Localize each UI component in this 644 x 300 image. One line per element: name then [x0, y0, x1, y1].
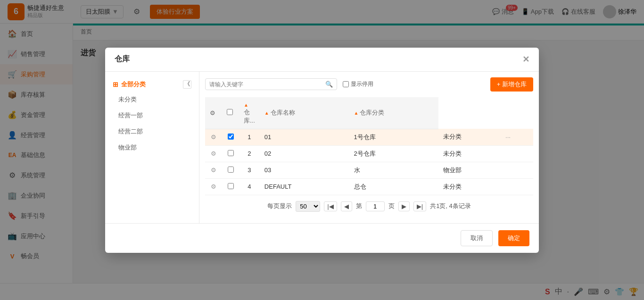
row-code: 01: [260, 129, 349, 145]
all-categories-label: 全部分类: [121, 80, 146, 89]
search-box[interactable]: 🔍: [205, 78, 337, 90]
row-checkbox-cell: [222, 129, 239, 145]
modal-title: 仓库: [115, 54, 130, 64]
per-page-select[interactable]: 50 100: [296, 201, 320, 212]
next-page-button[interactable]: ▶: [398, 201, 410, 211]
row-code: DEFAULT: [260, 178, 349, 195]
row-number: 1: [239, 129, 260, 145]
confirm-button[interactable]: 确定: [498, 230, 529, 246]
category-item-ops1[interactable]: 经营一部: [105, 108, 199, 124]
row-more[interactable]: ···: [501, 129, 533, 145]
page-label: 第: [356, 202, 362, 210]
modal-header: 仓库 ✕: [105, 48, 539, 72]
page-end-label: 页: [388, 202, 395, 210]
table-row[interactable]: ⚙ 4 DEFAULT 总仓 未分类: [205, 178, 533, 195]
search-input[interactable]: [209, 81, 325, 88]
row-name: 1号仓库: [349, 129, 439, 145]
table-row[interactable]: ⚙ 2 02 2号仓库 未分类: [205, 145, 533, 162]
select-all-checkbox[interactable]: [227, 109, 233, 115]
table-header-category: ▲仓库分类: [349, 97, 439, 129]
row-category: 未分类: [438, 129, 501, 145]
show-disabled-toggle[interactable]: 显示停用: [343, 80, 373, 88]
row-checkbox-cell: [222, 162, 239, 178]
last-page-button[interactable]: ▶|: [413, 201, 426, 211]
row-category: 物业部: [438, 162, 501, 178]
row-gear: ⚙: [205, 162, 222, 178]
row-gear: ⚙: [205, 145, 222, 162]
row-name: 总仓: [349, 178, 439, 195]
category-item-property[interactable]: 物业部: [105, 140, 199, 156]
row-gear: ⚙: [205, 129, 222, 145]
total-label: 共1页, 4条记录: [430, 202, 471, 210]
category-item-unclassified[interactable]: 未分类: [105, 92, 199, 108]
row-name: 2号仓库: [349, 145, 439, 162]
row-category: 未分类: [438, 145, 501, 162]
cancel-button[interactable]: 取消: [461, 230, 493, 246]
prev-page-button[interactable]: ◀: [341, 201, 352, 211]
row-number: 4: [239, 178, 260, 195]
row-checkbox-cell: [222, 178, 239, 195]
row-checkbox[interactable]: [228, 167, 234, 173]
page-input[interactable]: [366, 201, 385, 211]
grid-icon: ⊞: [113, 81, 118, 88]
warehouse-table: ⚙ ▲仓库... ▲仓库名称 ▲仓库分类 ⚙ 1 01 1号仓库 未分类 ···…: [205, 97, 533, 195]
row-number: 2: [239, 145, 260, 162]
first-page-button[interactable]: |◀: [324, 201, 337, 211]
row-number: 3: [239, 162, 260, 178]
table-row[interactable]: ⚙ 3 03 水 物业部: [205, 162, 533, 178]
search-icon[interactable]: 🔍: [325, 81, 333, 88]
category-panel: ⊞ 全部分类 《 未分类 经营一部 经营二部 物业部: [105, 72, 199, 223]
show-disabled-label: 显示停用: [351, 80, 373, 88]
modal-footer: 取消 确定: [105, 223, 539, 253]
modal-close-button[interactable]: ✕: [522, 54, 529, 65]
row-code: 02: [260, 145, 349, 162]
add-warehouse-button[interactable]: + 新增仓库: [490, 77, 533, 92]
all-categories-item[interactable]: ⊞ 全部分类 《: [105, 77, 199, 92]
show-disabled-checkbox[interactable]: [343, 81, 349, 87]
table-header-name: ▲仓库名称: [260, 97, 349, 129]
table-header-code: ▲仓库...: [239, 97, 260, 129]
table-header-check: [222, 97, 239, 129]
collapse-button[interactable]: 《: [183, 80, 191, 89]
warehouse-modal: 仓库 ✕ ⊞ 全部分类 《 未分类 经营一部 经营二部 物业部: [105, 48, 539, 253]
row-code: 03: [260, 162, 349, 178]
modal-overlay: 仓库 ✕ ⊞ 全部分类 《 未分类 经营一部 经营二部 物业部: [0, 0, 644, 300]
category-item-ops2[interactable]: 经营二部: [105, 124, 199, 140]
row-checkbox-cell: [222, 145, 239, 162]
modal-body: ⊞ 全部分类 《 未分类 经营一部 经营二部 物业部 🔍: [105, 72, 539, 223]
table-row[interactable]: ⚙ 1 01 1号仓库 未分类 ···: [205, 129, 533, 145]
table-header-settings: ⚙: [205, 97, 222, 129]
per-page-label: 每页显示: [267, 202, 292, 210]
table-panel: 🔍 显示停用 + 新增仓库 ⚙ ▲仓库...: [199, 72, 539, 223]
table-toolbar: 🔍 显示停用 + 新增仓库: [205, 77, 533, 92]
row-checkbox[interactable]: [228, 150, 234, 156]
row-category: 未分类: [438, 178, 501, 195]
pagination: 每页显示 50 100 |◀ ◀ 第 页 ▶ ▶| 共1页, 4条记录: [205, 195, 533, 217]
row-gear: ⚙: [205, 178, 222, 195]
row-checkbox[interactable]: [228, 183, 234, 189]
row-name: 水: [349, 162, 439, 178]
row-checkbox[interactable]: [228, 133, 234, 140]
